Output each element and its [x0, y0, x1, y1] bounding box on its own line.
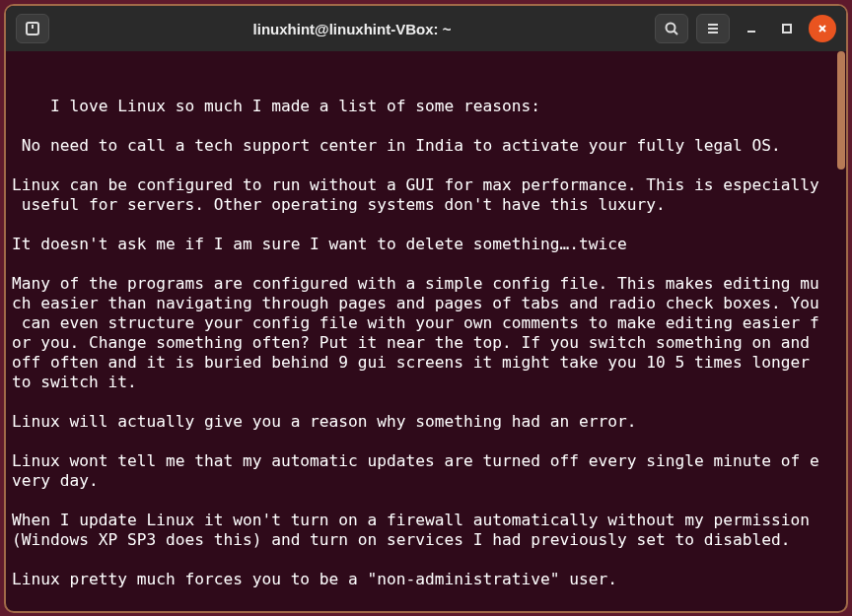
svg-line-3: [674, 32, 678, 35]
terminal-viewport[interactable]: I love Linux so much I made a list of so…: [6, 51, 846, 611]
close-button[interactable]: [809, 15, 836, 42]
terminal-text: I love Linux so much I made a list of so…: [12, 97, 819, 588]
minimize-button[interactable]: [738, 15, 765, 42]
search-button[interactable]: [655, 14, 688, 43]
scrollbar-thumb[interactable]: [837, 51, 845, 170]
svg-rect-8: [783, 25, 791, 33]
terminal-window: linuxhint@linuxhint-VBox: ~: [4, 4, 848, 613]
window-title: linuxhint@linuxhint-VBox: ~: [57, 21, 647, 37]
titlebar: linuxhint@linuxhint-VBox: ~: [6, 6, 846, 51]
new-tab-button[interactable]: [16, 14, 49, 43]
maximize-button[interactable]: [773, 15, 801, 42]
menu-button[interactable]: [696, 14, 730, 43]
svg-point-2: [667, 24, 675, 33]
